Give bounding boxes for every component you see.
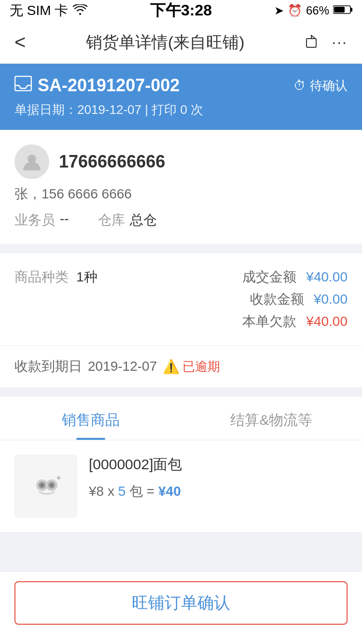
tab-sales-products[interactable]: 销售商品	[0, 397, 181, 440]
order-header: SA-20191207-002 ⏱ 待确认 单据日期：2019-12-07 | …	[0, 64, 362, 130]
svg-rect-1	[350, 8, 352, 12]
salesperson-item: 业务员 --	[14, 211, 69, 229]
alarm-icon: ⏰	[288, 4, 302, 17]
salesperson-label: 业务员	[14, 211, 55, 229]
carrier-text: 无 SIM 卡	[10, 1, 68, 20]
page-title: 销货单详情(来自旺铺)	[86, 31, 245, 54]
customer-phone: 17666666666	[59, 152, 165, 172]
due-date-value: 2019-12-07	[88, 359, 157, 374]
total-price: ¥40	[158, 484, 181, 499]
due-date-section: 收款到期日 2019-12-07 ⚠️ 已逾期	[0, 345, 362, 387]
battery-text: 66%	[306, 4, 329, 17]
nav-right[interactable]: ···	[305, 33, 348, 52]
warning-icon: ⚠️	[163, 359, 180, 375]
clock-icon: ⏱	[293, 78, 306, 93]
warehouse-label: 仓库	[98, 211, 125, 229]
product-price: ¥8 x 5 包 = ¥40	[89, 482, 348, 501]
order-status-text: 待确认	[310, 77, 348, 94]
overdue-badge: ⚠️ 已逾期	[163, 358, 220, 375]
customer-row: 17666666666	[14, 144, 348, 179]
status-right: ➤ ⏰ 66%	[274, 4, 352, 17]
svg-point-10	[41, 484, 43, 487]
status-left: 无 SIM 卡	[10, 1, 87, 20]
product-types-value: 1种	[76, 268, 97, 286]
wifi-icon	[73, 3, 87, 18]
bottom-bar: 旺铺订单确认	[0, 571, 362, 644]
due-row: 本单欠款 ¥40.00	[242, 312, 348, 331]
product-name: [0000002]面包	[89, 455, 348, 475]
product-thumbnail: +	[14, 455, 77, 518]
order-id-text: SA-20191207-002	[38, 75, 180, 96]
due-date-label: 收款到期日	[14, 357, 82, 376]
summary-section: 商品种类 1种 成交金额 ¥40.00 收款金额 ¥0.00 本单欠款 ¥40.…	[0, 253, 362, 345]
received-label: 收款金额	[250, 290, 304, 308]
product-section: + [0000002]面包 ¥8 x 5 包 = ¥40	[0, 440, 362, 532]
confirm-wangpu-button[interactable]: 旺铺订单确认	[14, 581, 348, 625]
avatar	[14, 144, 49, 179]
transaction-label: 成交金额	[242, 268, 296, 286]
svg-point-11	[50, 484, 53, 487]
nav-left[interactable]: <	[14, 31, 26, 53]
product-types-label: 商品种类	[14, 268, 69, 286]
order-date: 单据日期：2019-12-07 | 打印 0 次	[14, 101, 348, 118]
summary-left: 商品种类 1种	[14, 268, 97, 286]
battery-icon	[333, 4, 352, 17]
warehouse-item: 仓库 总仓	[98, 211, 157, 229]
customer-meta: 业务员 -- 仓库 总仓	[14, 211, 348, 229]
customer-section: 17666666666 张，156 6666 6666 业务员 -- 仓库 总仓	[0, 130, 362, 244]
unit-price: ¥8	[89, 484, 104, 499]
transaction-row: 成交金额 ¥40.00	[242, 268, 348, 286]
overdue-text: 已逾期	[182, 358, 220, 375]
transaction-value: ¥40.00	[306, 269, 348, 285]
customer-name: 张，156 6666 6666	[14, 185, 348, 203]
product-info: [0000002]面包 ¥8 x 5 包 = ¥40	[89, 455, 348, 501]
order-id: SA-20191207-002	[14, 75, 180, 96]
share-icon[interactable]	[305, 33, 322, 52]
more-icon[interactable]: ···	[332, 33, 348, 51]
received-row: 收款金额 ¥0.00	[250, 290, 348, 308]
order-header-top: SA-20191207-002 ⏱ 待确认	[14, 75, 348, 96]
equals-sign: =	[147, 484, 158, 499]
multiply-sign: x	[108, 484, 118, 499]
inbox-icon	[14, 75, 32, 96]
product-item: + [0000002]面包 ¥8 x 5 包 = ¥40	[14, 455, 348, 518]
tabs-row: 销售商品 结算&物流等	[0, 397, 362, 440]
order-status: ⏱ 待确认	[293, 77, 348, 94]
tab-settlement[interactable]: 结算&物流等	[181, 397, 362, 440]
svg-rect-2	[334, 7, 345, 13]
due-label: 本单欠款	[242, 312, 296, 331]
due-value: ¥40.00	[306, 314, 348, 329]
salesperson-value: --	[60, 211, 69, 229]
received-value: ¥0.00	[314, 292, 348, 307]
summary-right: 成交金额 ¥40.00 收款金额 ¥0.00 本单欠款 ¥40.00	[242, 268, 348, 331]
nav-bar: < 销货单详情(来自旺铺) ···	[0, 21, 362, 64]
back-button[interactable]: <	[14, 31, 26, 53]
svg-text:+: +	[56, 474, 61, 482]
tabs-section: 销售商品 结算&物流等 + [0000002]面包	[0, 397, 362, 532]
status-bar: 无 SIM 卡 下午3:28 ➤ ⏰ 66%	[0, 0, 362, 21]
warehouse-value: 总仓	[130, 211, 157, 229]
status-time: 下午3:28	[150, 0, 212, 21]
quantity: 5	[118, 484, 126, 499]
unit: 包	[129, 484, 143, 499]
location-icon: ➤	[274, 4, 284, 17]
svg-rect-3	[306, 39, 316, 47]
